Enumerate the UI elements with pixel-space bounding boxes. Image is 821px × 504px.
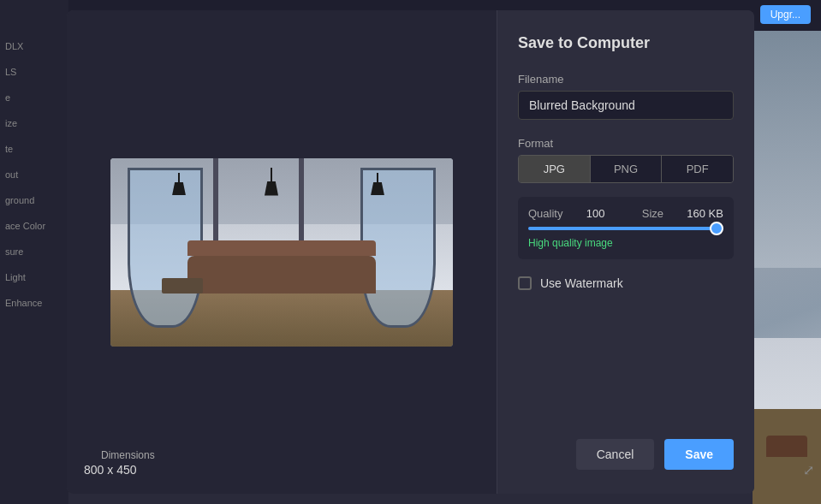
sidebar-item-exposure[interactable]: sure <box>0 240 68 264</box>
watermark-checkbox[interactable] <box>518 276 532 290</box>
watermark-label: Use Watermark <box>540 276 623 290</box>
lamp-cord-right <box>377 173 378 182</box>
format-label: Format <box>518 137 734 150</box>
preview-image-container <box>110 158 453 347</box>
lamp-shade-center <box>265 181 278 196</box>
sidebar-item-dlx[interactable]: DLX <box>0 34 68 58</box>
sidebar: DLX LS e ize te out ground ace Color sur… <box>0 0 68 504</box>
sidebar-item-enhance[interactable]: Enhance <box>0 291 68 315</box>
dimensions-label: Dimensions <box>101 449 155 461</box>
quality-row: Quality 100 Size 160 KB <box>528 207 723 220</box>
lamp-left <box>172 173 186 195</box>
upgrade-button[interactable]: Upgr... <box>760 5 811 24</box>
beam-right <box>299 158 304 243</box>
right-preview-strip: ⤢ <box>753 31 821 504</box>
size-value: 160 KB <box>687 207 723 220</box>
format-buttons: JPG PNG PDF <box>518 155 734 183</box>
beam-left <box>213 158 218 243</box>
action-buttons: Cancel Save <box>518 432 734 470</box>
sidebar-item-background[interactable]: ground <box>0 188 68 212</box>
format-pdf-button[interactable]: PDF <box>662 156 733 182</box>
sofa <box>187 256 376 294</box>
sidebar-item-te[interactable]: te <box>0 137 68 161</box>
cancel-button[interactable]: Cancel <box>576 439 655 470</box>
quality-section: Quality 100 Size 160 KB High quality ima… <box>518 197 734 259</box>
slider-container <box>528 227 723 230</box>
sidebar-item-light[interactable]: Light <box>0 265 68 289</box>
quality-value: 100 <box>586 207 605 220</box>
expand-icon[interactable]: ⤢ <box>803 462 814 478</box>
sidebar-item-e[interactable]: e <box>0 86 68 110</box>
format-png-button[interactable]: PNG <box>591 156 663 182</box>
dimensions-value: 800 x 450 <box>84 463 137 477</box>
lamp-shade-right <box>371 182 384 196</box>
sidebar-item-out[interactable]: out <box>0 163 68 187</box>
filename-section: Filename <box>518 73 734 120</box>
save-dialog: Dimensions 800 x 450 Save to Computer Fi… <box>67 10 754 494</box>
watermark-row: Use Watermark <box>518 276 734 290</box>
dialog-title: Save to Computer <box>518 34 734 52</box>
settings-pane: Save to Computer Filename Format JPG PNG… <box>497 10 754 494</box>
quality-slider[interactable] <box>528 227 723 230</box>
lamp-center <box>265 168 278 196</box>
quality-text: High quality image <box>528 237 723 249</box>
side-table <box>162 278 203 294</box>
sofa-back <box>187 240 376 256</box>
size-label: Size <box>642 207 663 220</box>
spacer <box>518 304 734 418</box>
filename-label: Filename <box>518 73 734 86</box>
lamp-cord-center <box>271 168 272 182</box>
format-jpg-button[interactable]: JPG <box>519 156 591 182</box>
quality-label: Quality <box>528 207 562 220</box>
room-scene <box>110 158 453 347</box>
format-section: Format JPG PNG PDF <box>518 137 734 183</box>
sidebar-item-face-color[interactable]: ace Color <box>0 214 68 238</box>
right-preview-image <box>753 31 821 504</box>
filename-input[interactable] <box>518 91 734 120</box>
preview-pane: Dimensions 800 x 450 <box>67 10 497 494</box>
lamp-cord-left <box>178 173 180 182</box>
sidebar-item-ls[interactable]: LS <box>0 60 68 84</box>
lamp-right <box>371 173 384 195</box>
save-button[interactable]: Save <box>664 439 734 470</box>
sidebar-item-size[interactable]: ize <box>0 111 68 135</box>
dimensions-section: Dimensions 800 x 450 <box>84 461 137 477</box>
lamp-shade-left <box>172 182 186 196</box>
